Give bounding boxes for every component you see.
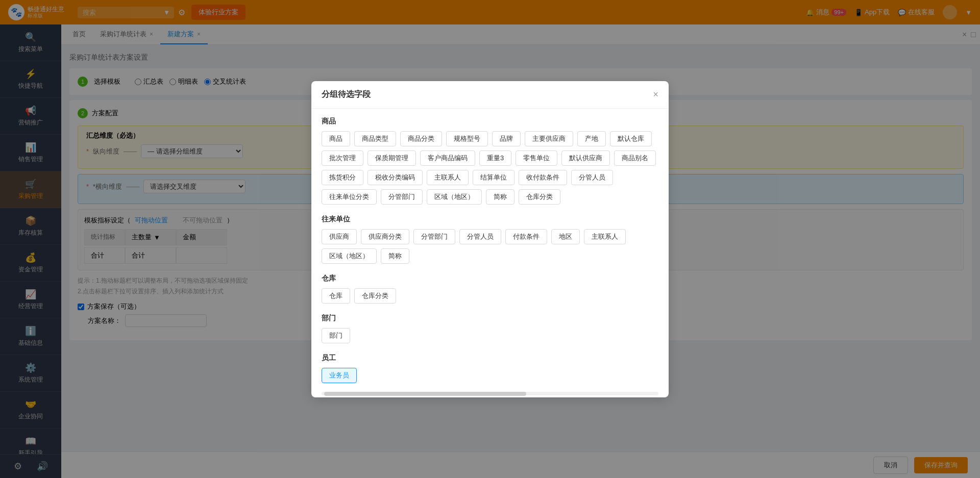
field-tag[interactable]: 主联系人 [584,229,626,244]
modal: 分组待选字段 × 商品 商品 商品类型 商品分类 规格型号 品牌 主要供应商 产… [311,81,669,397]
field-tag[interactable]: 仓库 [322,288,350,304]
field-tag[interactable]: 收付款条件 [519,170,567,185]
field-tag[interactable]: 主要供应商 [525,131,573,146]
field-tag[interactable]: 仓库分类 [354,288,396,304]
field-tag[interactable]: 重量3 [479,150,511,166]
field-tag[interactable]: 规格型号 [446,131,488,146]
field-tag[interactable]: 客户商品编码 [420,150,475,166]
field-tag-salesperson[interactable]: 业务员 [322,368,357,383]
field-tag[interactable]: 默认仓库 [610,131,652,146]
field-group-partner: 往来单位 供应商 供应商分类 分管部门 分管人员 付款条件 地区 主联系人 区域… [322,215,658,264]
field-group-employee-title: 员工 [322,354,658,363]
field-tag[interactable]: 商品 [322,131,350,146]
field-tag[interactable]: 分管部门 [413,229,455,244]
field-tags-employee: 业务员 [322,368,658,383]
field-tag[interactable]: 结算单位 [473,170,514,185]
modal-overlay: 分组待选字段 × 商品 商品 商品类型 商品分类 规格型号 品牌 主要供应商 产… [0,0,980,478]
field-tag[interactable]: 商品别名 [614,150,656,166]
field-tag[interactable]: 分管人员 [571,170,613,185]
field-tag[interactable]: 简称 [381,248,409,264]
modal-body: 商品 商品 商品类型 商品分类 规格型号 品牌 主要供应商 产地 默认仓库 批次… [311,109,669,390]
field-tag[interactable]: 区域（地区） [322,248,377,264]
field-tag[interactable]: 拣货积分 [322,170,363,185]
field-group-warehouse: 仓库 仓库 仓库分类 [322,274,658,304]
field-tag[interactable]: 分管人员 [459,229,501,244]
field-tag[interactable]: 分管部门 [381,189,423,205]
modal-header: 分组待选字段 × [311,81,669,109]
field-tag[interactable]: 付款条件 [505,229,547,244]
field-group-warehouse-title: 仓库 [322,274,658,283]
field-group-partner-title: 往来单位 [322,215,658,224]
field-tag[interactable]: 税收分类编码 [368,170,423,185]
modal-hscroll-thumb [324,392,526,396]
field-tag[interactable]: 仓库分类 [519,189,560,205]
field-group-department-title: 部门 [322,314,658,323]
field-tags-warehouse: 仓库 仓库分类 [322,288,658,304]
field-tag[interactable]: 品牌 [492,131,521,146]
field-tag[interactable]: 供应商分类 [361,229,409,244]
field-tags-partner: 供应商 供应商分类 分管部门 分管人员 付款条件 地区 主联系人 区域（地区） … [322,229,658,264]
field-tag[interactable]: 主联系人 [427,170,469,185]
field-tag[interactable]: 商品类型 [354,131,396,146]
field-tag[interactable]: 地区 [551,229,580,244]
field-group-employee: 员工 业务员 [322,354,658,383]
field-tag[interactable]: 产地 [577,131,606,146]
field-tag[interactable]: 简称 [486,189,514,205]
field-tags-department: 部门 [322,328,658,343]
field-tag[interactable]: 零售单位 [516,150,557,166]
field-tag[interactable]: 部门 [322,328,350,343]
field-tag[interactable]: 批次管理 [322,150,363,166]
modal-close-btn[interactable]: × [653,89,658,100]
modal-title: 分组待选字段 [322,89,371,100]
field-tag[interactable]: 供应商 [322,229,357,244]
field-tag[interactable]: 保质期管理 [368,150,416,166]
field-tags-product: 商品 商品类型 商品分类 规格型号 品牌 主要供应商 产地 默认仓库 批次管理 … [322,131,658,205]
field-group-department: 部门 部门 [322,314,658,343]
field-group-product: 商品 商品 商品类型 商品分类 规格型号 品牌 主要供应商 产地 默认仓库 批次… [322,117,658,205]
field-tag[interactable]: 商品分类 [400,131,442,146]
field-group-product-title: 商品 [322,117,658,126]
field-tag[interactable]: 默认供应商 [561,150,610,166]
modal-hscroll[interactable] [322,392,658,395]
field-tag[interactable]: 往来单位分类 [322,189,377,205]
field-tag[interactable]: 区域（地区） [427,189,482,205]
